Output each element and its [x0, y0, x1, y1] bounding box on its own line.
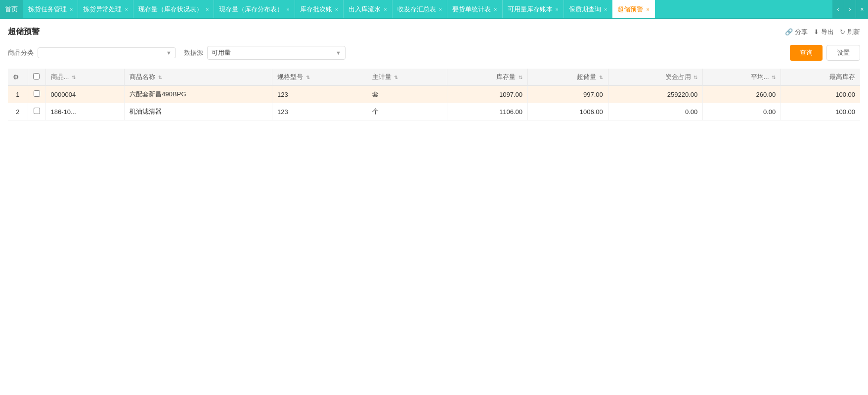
gear-icon[interactable]: ⚙ — [13, 73, 19, 81]
row-number-2: 2 — [8, 103, 28, 120]
nav-item-overstock[interactable]: 超储预警 × — [612, 0, 654, 18]
cell-max-stock-1: 100.00 — [781, 86, 860, 103]
filter-datasource-label: 数据源 — [184, 48, 203, 57]
main-content: 超储预警 🔗 分享 ⬇ 导出 ↻ 刷新 商品分类 ▼ 数据源 — [0, 19, 868, 395]
nav-item-task-mgmt-label: 拣货任务管理 — [28, 5, 67, 14]
column-header-stock-qty[interactable]: 库存量 ⇅ — [447, 69, 528, 86]
cell-capital-used-1: 259220.00 — [608, 86, 702, 103]
nav-item-stock-dist[interactable]: 现存量（库存分布表） × — [214, 0, 295, 18]
nav-close-abnormal[interactable]: × — [125, 6, 128, 12]
nav-arrow-right[interactable]: › — [844, 0, 856, 18]
datasource-select-value: 可用量 — [212, 48, 231, 57]
nav-item-stock-dist-label: 现存量（库存分布表） — [219, 5, 283, 14]
cell-product-name-2: 机油滤清器 — [125, 103, 272, 120]
page-header: 超储预警 🔗 分享 ⬇ 导出 ↻ 刷新 — [8, 27, 860, 37]
nav-close-avail-stock[interactable]: × — [556, 6, 559, 12]
nav-item-stock-status[interactable]: 现存量（库存状况表） × — [133, 0, 214, 18]
nav-item-task-mgmt[interactable]: 拣货任务管理 × — [23, 0, 78, 18]
export-button[interactable]: ⬇ 导出 — [814, 28, 834, 37]
row-checkbox-2[interactable] — [34, 108, 40, 114]
nav-item-abnormal[interactable]: 拣货异常处理 × — [78, 0, 133, 18]
cell-stock-qty-2: 1106.00 — [447, 103, 528, 120]
datasource-select[interactable]: 可用量 ▼ — [207, 46, 346, 60]
sort-icon-spec: ⇅ — [306, 75, 310, 80]
row-checkbox-cell-2[interactable] — [28, 103, 45, 120]
share-icon: 🔗 — [785, 28, 793, 36]
nav-close-overstock[interactable]: × — [646, 6, 649, 12]
table-row: 2 186-10... 机油滤清器 123 个 1106.00 1006.00 … — [8, 103, 860, 120]
top-navigation: 首页 拣货任务管理 × 拣货异常处理 × 现存量（库存状况表） × 现存量（库存… — [0, 0, 868, 19]
column-header-avg[interactable]: 平均... ⇅ — [703, 69, 781, 86]
filter-actions: 查询 设置 — [790, 45, 860, 61]
share-button[interactable]: 🔗 分享 — [785, 28, 808, 37]
nav-close-inout-flow[interactable]: × — [384, 6, 387, 12]
column-header-spec[interactable]: 规格型号 ⇅ — [272, 69, 367, 86]
export-label: 导出 — [821, 28, 834, 37]
nav-item-quality-check[interactable]: 保质期查询 × — [564, 0, 612, 18]
settings-button[interactable]: 设置 — [826, 45, 860, 61]
filter-category: 商品分类 ▼ — [8, 47, 176, 58]
column-header-overstock-qty[interactable]: 超储量 ⇅ — [528, 69, 608, 86]
nav-close-task-mgmt[interactable]: × — [70, 6, 73, 12]
select-all-checkbox[interactable] — [33, 73, 40, 79]
nav-item-stock-batch-label: 库存批次账 — [300, 5, 332, 14]
sort-icon-stock-qty: ⇅ — [519, 75, 522, 80]
query-button[interactable]: 查询 — [790, 45, 823, 61]
column-header-product-code[interactable]: 商品... ⇅ — [45, 69, 125, 86]
sort-icon-capital-used: ⇅ — [694, 75, 697, 80]
cell-overstock-qty-2: 1006.00 — [528, 103, 608, 120]
sort-icon-overstock-qty: ⇅ — [599, 75, 603, 80]
nav-item-recv-summary-label: 收发存汇总表 — [397, 5, 436, 14]
column-header-capital-used[interactable]: 资金占用 ⇅ — [608, 69, 702, 86]
table-header-row: ⚙ 商品... ⇅ 商品名称 ⇅ 规格型号 ⇅ 主计量 — [8, 69, 860, 86]
cell-unit-1: 套 — [367, 86, 447, 103]
nav-item-inout-flow[interactable]: 出入库流水 × — [344, 0, 392, 18]
cell-avg-1: 260.00 — [703, 86, 781, 103]
chevron-down-icon2: ▼ — [336, 50, 341, 56]
nav-close-req-summary[interactable]: × — [494, 6, 497, 12]
filter-row: 商品分类 ▼ 数据源 可用量 ▼ 查询 设置 — [8, 45, 860, 61]
nav-item-home-label: 首页 — [5, 5, 18, 14]
filter-datasource: 数据源 可用量 ▼ — [184, 46, 346, 60]
sort-icon-product-name: ⇅ — [158, 75, 162, 80]
cell-max-stock-2: 100.00 — [781, 103, 860, 120]
nav-item-quality-check-label: 保质期查询 — [569, 5, 601, 14]
nav-close-stock-batch[interactable]: × — [335, 6, 338, 12]
column-header-gear[interactable]: ⚙ — [8, 69, 28, 86]
refresh-label: 刷新 — [847, 28, 860, 37]
column-header-product-name[interactable]: 商品名称 ⇅ — [125, 69, 272, 86]
nav-item-avail-stock-label: 可用量库存账本 — [508, 5, 553, 14]
nav-item-stock-batch[interactable]: 库存批次账 × — [295, 0, 344, 18]
cell-product-name-1: 六配套新昌490BPG — [125, 86, 272, 103]
filter-category-label: 商品分类 — [8, 48, 34, 57]
cell-product-code-1: 0000004 — [45, 86, 125, 103]
column-header-unit[interactable]: 主计量 ⇅ — [367, 69, 447, 86]
chevron-down-icon: ▼ — [166, 50, 172, 56]
nav-arrow-left[interactable]: ‹ — [832, 0, 844, 18]
nav-arrow-close[interactable]: × — [856, 0, 868, 18]
nav-item-req-summary-label: 要货单统计表 — [452, 5, 491, 14]
category-select[interactable]: ▼ — [38, 47, 176, 58]
column-header-checkbox[interactable] — [28, 69, 45, 86]
cell-overstock-qty-1: 997.00 — [528, 86, 608, 103]
nav-item-avail-stock[interactable]: 可用量库存账本 × — [503, 0, 564, 18]
sort-icon-product-code: ⇅ — [72, 75, 76, 80]
nav-item-overstock-label: 超储预警 — [617, 5, 643, 14]
nav-item-recv-summary[interactable]: 收发存汇总表 × — [392, 0, 447, 18]
nav-close-recv-summary[interactable]: × — [439, 6, 442, 12]
export-icon: ⬇ — [814, 28, 819, 36]
row-number-1: 1 — [8, 86, 28, 103]
column-header-max-stock[interactable]: 最高库存 — [781, 69, 860, 86]
row-checkbox-cell-1[interactable] — [28, 86, 45, 103]
row-checkbox-1[interactable] — [34, 90, 40, 97]
refresh-button[interactable]: ↻ 刷新 — [840, 28, 860, 37]
nav-close-quality-check[interactable]: × — [604, 6, 607, 12]
cell-capital-used-2: 0.00 — [608, 103, 702, 120]
page-title: 超储预警 — [8, 27, 40, 37]
nav-close-stock-dist[interactable]: × — [286, 6, 289, 12]
nav-close-stock-status[interactable]: × — [206, 6, 209, 12]
nav-item-req-summary[interactable]: 要货单统计表 × — [447, 0, 502, 18]
nav-item-abnormal-label: 拣货异常处理 — [83, 5, 122, 14]
nav-item-home[interactable]: 首页 — [0, 0, 23, 18]
nav-item-stock-status-label: 现存量（库存状况表） — [138, 5, 203, 14]
